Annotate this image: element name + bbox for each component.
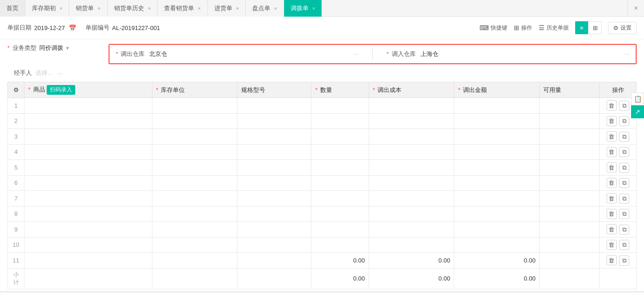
tab-home[interactable]: 首页 <box>0 0 25 17</box>
side-expand-button[interactable]: ↗ <box>631 105 644 118</box>
cell-cost[interactable] <box>369 175 454 191</box>
col-settings[interactable]: ⚙ <box>8 82 24 98</box>
side-notes-button[interactable]: 📋 <box>631 92 644 105</box>
cell-qty[interactable] <box>311 113 369 129</box>
cell-available[interactable] <box>540 175 600 191</box>
cell-amount[interactable] <box>454 98 540 114</box>
tab-sales-order-close[interactable]: × <box>97 6 100 11</box>
cell-cost[interactable] <box>369 237 454 253</box>
cell-amount[interactable] <box>454 175 540 191</box>
cell-product[interactable] <box>24 206 152 222</box>
cell-spec[interactable] <box>237 160 311 176</box>
cell-spec[interactable] <box>237 206 311 222</box>
copy-button[interactable]: ⧉ <box>619 116 629 126</box>
cell-qty[interactable] <box>311 129 369 145</box>
cell-amount[interactable] <box>454 113 540 129</box>
cell-cost[interactable] <box>369 160 454 176</box>
cell-amount[interactable] <box>454 160 540 176</box>
tab-sales-history[interactable]: 销货单历史 × <box>108 0 158 17</box>
copy-button[interactable]: ⧉ <box>619 256 629 266</box>
cell-product[interactable] <box>24 237 152 253</box>
tab-transfer-order[interactable]: 调拨单 × <box>284 0 322 17</box>
delete-button[interactable]: 🗑 <box>607 162 617 172</box>
cell-amount[interactable] <box>454 237 540 253</box>
delete-button[interactable]: 🗑 <box>607 100 617 110</box>
tab-inventory-init-close[interactable]: × <box>60 6 62 11</box>
cell-product[interactable] <box>24 222 152 238</box>
delete-button[interactable]: 🗑 <box>607 193 617 203</box>
cell-unit[interactable] <box>152 113 237 129</box>
list-view-btn[interactable]: ≡ <box>575 21 588 34</box>
tab-inventory-check-close[interactable]: × <box>274 6 277 11</box>
delete-button[interactable]: 🗑 <box>607 131 617 141</box>
delete-button[interactable]: 🗑 <box>607 224 617 234</box>
cell-product[interactable] <box>24 160 152 176</box>
cell-available[interactable] <box>540 129 600 145</box>
cell-unit[interactable] <box>152 129 237 145</box>
delete-button[interactable]: 🗑 <box>607 178 617 188</box>
date-value[interactable]: 2019-12-27 <box>34 24 65 31</box>
cell-available[interactable] <box>540 206 600 222</box>
delete-button[interactable]: 🗑 <box>607 147 617 157</box>
tab-transfer-order-close[interactable]: × <box>312 6 315 11</box>
operations-btn[interactable]: ⊞ 操作 <box>514 24 532 32</box>
warehouse-in-value[interactable]: 上海仓 <box>420 50 438 58</box>
cell-spec[interactable] <box>237 175 311 191</box>
cell-available[interactable] <box>540 113 600 129</box>
cell-product[interactable] <box>24 113 152 129</box>
tab-inventory-init[interactable]: 库存期初 × <box>25 0 69 17</box>
cell-qty[interactable] <box>311 237 369 253</box>
cell-spec[interactable] <box>237 113 311 129</box>
cell-product[interactable] <box>24 144 152 160</box>
warehouse-out-value[interactable]: 北京仓 <box>149 50 167 58</box>
cell-cost[interactable] <box>369 98 454 114</box>
cell-qty[interactable] <box>311 175 369 191</box>
person-select[interactable]: 选择... <box>36 69 53 77</box>
cell-qty[interactable] <box>311 222 369 238</box>
tab-view-sales[interactable]: 查看销货单 × <box>158 0 207 17</box>
cell-cost[interactable] <box>369 206 454 222</box>
scroll-bar[interactable] <box>0 291 644 293</box>
grid-view-btn[interactable]: ⊞ <box>589 21 601 34</box>
history-btn[interactable]: ☰ 历史单据 <box>539 24 569 32</box>
copy-button[interactable]: ⧉ <box>619 194 629 204</box>
cell-qty[interactable] <box>311 144 369 160</box>
cell-available[interactable] <box>540 160 600 176</box>
tab-sales-history-close[interactable]: × <box>148 6 151 11</box>
settings-button[interactable]: ⚙ 设置 <box>608 22 637 34</box>
cell-amount[interactable] <box>454 144 540 160</box>
cell-cost[interactable] <box>369 129 454 145</box>
delete-button[interactable]: 🗑 <box>607 255 617 265</box>
cell-cost[interactable] <box>369 144 454 160</box>
cell-unit[interactable] <box>152 237 237 253</box>
calendar-icon[interactable]: 📅 <box>69 24 76 31</box>
cell-unit[interactable] <box>152 191 237 207</box>
cell-available[interactable] <box>540 144 600 160</box>
cell-product[interactable] <box>24 98 152 114</box>
scan-entry-button[interactable]: 扫码录入 <box>47 85 75 95</box>
cell-available[interactable] <box>540 237 600 253</box>
tab-purchase-order-close[interactable]: × <box>236 6 239 11</box>
tab-view-sales-close[interactable]: × <box>198 6 200 11</box>
cell-product[interactable] <box>24 129 152 145</box>
tab-inventory-check[interactable]: 盘点单 × <box>246 0 284 17</box>
cell-amount[interactable] <box>454 129 540 145</box>
delete-button[interactable]: 🗑 <box>607 116 617 126</box>
person-more-icon[interactable]: ··· <box>57 70 62 77</box>
cell-unit[interactable] <box>152 206 237 222</box>
cell-unit[interactable] <box>152 160 237 176</box>
tab-purchase-order[interactable]: 进货单 × <box>208 0 246 17</box>
cell-cost[interactable] <box>369 222 454 238</box>
cell-available[interactable] <box>540 191 600 207</box>
copy-button[interactable]: ⧉ <box>619 225 629 235</box>
copy-button[interactable]: ⧉ <box>619 240 629 250</box>
cell-available[interactable] <box>540 222 600 238</box>
cell-qty[interactable] <box>311 191 369 207</box>
copy-button[interactable]: ⧉ <box>619 209 629 219</box>
cell-qty[interactable] <box>311 160 369 176</box>
cell-cost[interactable] <box>369 113 454 129</box>
cell-product[interactable] <box>24 175 152 191</box>
copy-button[interactable]: ⧉ <box>619 178 629 188</box>
cell-unit[interactable] <box>152 144 237 160</box>
copy-button[interactable]: ⧉ <box>619 132 629 142</box>
